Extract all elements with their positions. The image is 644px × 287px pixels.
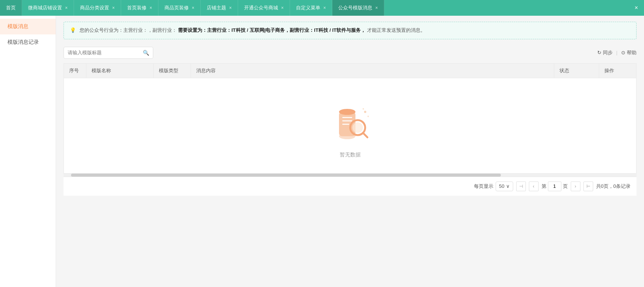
prev-page-button[interactable]: ‹	[529, 181, 539, 191]
search-icon[interactable]: 🔍	[143, 50, 149, 56]
nav-product-decor[interactable]: 商品页装修 ×	[158, 0, 201, 16]
nav-home-decor-label: 首页装修	[127, 4, 147, 11]
notice-highlight: 需要设置为：主营行业：IT科技 / 互联网|电子商务，副营行业：IT科技 / I…	[178, 27, 366, 33]
col-header-name: 模版名称	[86, 63, 154, 78]
horizontal-scrollbar[interactable]	[64, 174, 637, 177]
notice-banner: 💡 您的公众号行业为：主营行业：，副营行业： 需要设置为：主营行业：IT科技 /…	[64, 22, 637, 39]
empty-row: 暂无数据	[64, 78, 637, 173]
col-header-action: 操作	[599, 63, 637, 78]
col-header-type: 模版类型	[154, 63, 191, 78]
nav-custom-menu[interactable]: 自定义菜单 ×	[290, 0, 332, 16]
help-icon: ⊙	[621, 50, 625, 55]
nav-shop-theme-label: 店铺主题	[207, 4, 226, 11]
pagination-bar: 每页显示 50 ∨ ⊣ ‹ 第 页 › ⊢ 共0页，0条记录	[64, 177, 637, 196]
svg-point-11	[363, 108, 364, 110]
svg-point-2	[339, 109, 355, 115]
nav-shop-theme[interactable]: 店铺主题 ×	[201, 0, 238, 16]
sidebar: 模版消息 模版消息记录	[0, 16, 56, 287]
scrollbar-thumb[interactable]	[71, 174, 501, 177]
di-label: 第	[542, 183, 546, 190]
nav-home-label: 首页	[6, 4, 16, 11]
page-num-input: 第 页	[542, 181, 568, 191]
empty-illustration	[328, 101, 373, 146]
search-bar: 🔍 ↻ 同步 | ⊙ 帮助	[64, 47, 637, 59]
close-product-decor-icon[interactable]: ×	[192, 5, 194, 10]
close-home-decor-icon[interactable]: ×	[150, 5, 152, 10]
toolbar-divider: |	[616, 50, 617, 55]
notice-prefix: 您的公众号行业为：主营行业：，副营行业：	[80, 27, 177, 33]
per-page-label: 每页显示	[474, 183, 493, 190]
nav-product-decor-label: 商品页装修	[164, 4, 189, 11]
main-content: 💡 您的公众号行业为：主营行业：，副营行业： 需要设置为：主营行业：IT科技 /…	[56, 16, 644, 287]
col-header-seq: 序号	[64, 63, 86, 78]
nav-category-settings-label: 商品分类设置	[80, 4, 109, 11]
close-custom-menu-icon[interactable]: ×	[323, 5, 326, 10]
nav-open-mall[interactable]: 开通公众号商城 ×	[238, 0, 290, 16]
nav-shop-settings-label: 微商城店铺设置	[28, 4, 62, 11]
close-shop-theme-icon[interactable]: ×	[229, 5, 232, 10]
notice-icon: 💡	[70, 27, 76, 33]
svg-point-7	[352, 122, 363, 133]
nav-category-settings[interactable]: 商品分类设置 ×	[74, 0, 121, 16]
close-open-mall-icon[interactable]: ×	[281, 5, 284, 10]
close-template-msg-icon[interactable]: ×	[375, 5, 378, 10]
sync-button[interactable]: ↻ 同步	[597, 49, 613, 56]
svg-line-8	[363, 133, 367, 137]
help-label: 帮助	[627, 49, 637, 56]
notice-suffix: 才能正常发送预置的消息。	[367, 27, 425, 33]
search-input-wrap: 🔍	[64, 47, 153, 59]
nav-custom-menu-label: 自定义菜单	[296, 4, 320, 11]
per-page-chevron-icon: ∨	[506, 183, 510, 189]
table-header-row: 序号 模版名称 模版类型 消息内容 状态 操作	[64, 63, 637, 78]
per-page-value: 50	[499, 183, 504, 189]
svg-point-10	[367, 116, 369, 117]
svg-point-9	[364, 111, 366, 113]
per-page-dropdown[interactable]: 50 ∨	[496, 181, 513, 191]
first-page-button[interactable]: ⊣	[516, 181, 526, 191]
page-number-input[interactable]	[548, 181, 561, 191]
sync-icon: ↻	[597, 50, 601, 55]
sync-label: 同步	[603, 49, 613, 56]
nav-open-mall-label: 开通公众号商城	[244, 4, 278, 11]
pagination-summary: 共0页，0条记录	[596, 183, 631, 190]
nav-shop-settings[interactable]: 微商城店铺设置 ×	[22, 0, 74, 16]
toolbar-right: ↻ 同步 | ⊙ 帮助	[597, 49, 637, 56]
per-page-select: 每页显示 50 ∨	[474, 181, 513, 191]
top-navigation: 首页 微商城店铺设置 × 商品分类设置 × 首页装修 × 商品页装修 × 店铺主…	[0, 0, 644, 16]
next-page-button[interactable]: ›	[571, 181, 580, 191]
nav-home-decor[interactable]: 首页装修 ×	[121, 0, 158, 16]
data-table: 序号 模版名称 模版类型 消息内容 状态 操作	[64, 63, 637, 174]
sidebar-item-template-msg-log[interactable]: 模版消息记录	[0, 34, 56, 50]
help-button[interactable]: ⊙ 帮助	[621, 49, 637, 56]
nav-template-msg[interactable]: 公众号模版消息 ×	[332, 0, 384, 16]
main-layout: 模版消息 模版消息记录 💡 您的公众号行业为：主营行业：，副营行业： 需要设置为…	[0, 16, 644, 287]
empty-state: 暂无数据	[64, 78, 636, 173]
table-header: 序号 模版名称 模版类型 消息内容 状态 操作	[64, 63, 637, 78]
empty-text: 暂无数据	[340, 152, 361, 158]
last-page-button[interactable]: ⊢	[583, 181, 593, 191]
close-shop-settings-icon[interactable]: ×	[65, 5, 68, 10]
col-header-status: 状态	[554, 63, 599, 78]
page-label: 页	[563, 183, 568, 190]
col-header-content: 消息内容	[191, 63, 554, 78]
nav-home[interactable]: 首页	[0, 0, 22, 16]
close-all-tabs-button[interactable]: ×	[629, 4, 644, 11]
sidebar-item-template-msg[interactable]: 模版消息	[0, 19, 56, 34]
nav-template-msg-label: 公众号模版消息	[338, 4, 372, 11]
search-input[interactable]	[68, 50, 143, 55]
close-category-settings-icon[interactable]: ×	[112, 5, 115, 10]
table-body: 暂无数据	[64, 78, 637, 173]
